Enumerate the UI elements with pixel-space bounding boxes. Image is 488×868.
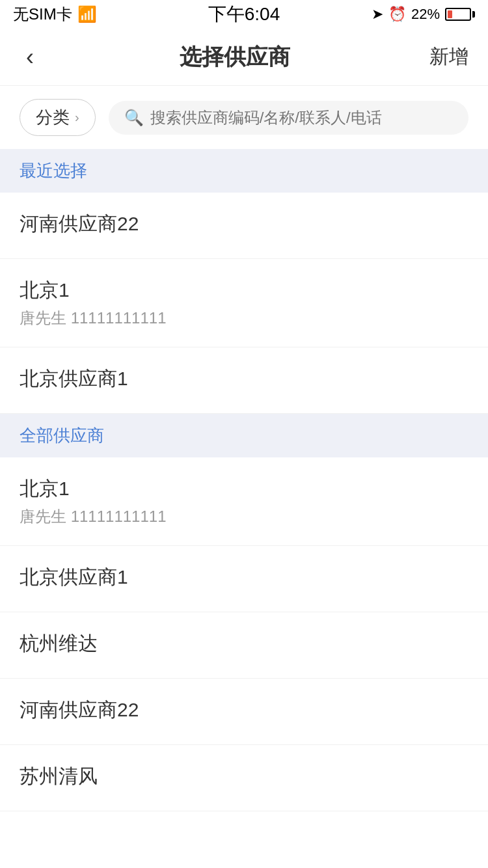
list-item[interactable]: 杭州维达 [0,612,488,679]
item-name: 杭州维达 [20,631,468,657]
list-item[interactable]: 河南供应商22 [0,193,488,259]
category-filter-button[interactable]: 分类 › [20,99,96,136]
wifi-icon: 📶 [77,5,97,23]
search-input[interactable] [150,109,453,127]
list-item[interactable]: 北京供应商1 [0,347,488,414]
search-icon: 🔍 [124,109,144,127]
all-list: 北京1唐先生 11111111111北京供应商1杭州维达河南供应商22苏州清风 [0,457,488,811]
item-name: 北京1 [20,277,468,304]
status-bar: 无SIM卡 📶 下午6:04 ➤ ⏰ 22% [0,0,488,29]
navigation-bar: ‹ 选择供应商 新增 [0,29,488,86]
item-name: 北京供应商1 [20,366,468,392]
location-icon: ➤ [372,6,383,23]
recent-section-label: 最近选择 [20,161,87,180]
item-name: 河南供应商22 [20,697,468,724]
all-section-label: 全部供应商 [20,426,104,445]
list-item[interactable]: 北京供应商1 [0,546,488,612]
list-item[interactable]: 苏州清风 [0,745,488,811]
carrier-text: 无SIM卡 [13,4,72,25]
add-button[interactable]: 新增 [429,44,468,70]
status-time: 下午6:04 [208,2,280,27]
item-name: 北京1 [20,476,468,502]
category-label: 分类 [36,106,70,129]
item-sub: 唐先生 11111111111 [20,308,468,329]
list-item[interactable]: 北京1唐先生 11111111111 [0,259,488,347]
list-item[interactable]: 河南供应商22 [0,679,488,745]
search-box[interactable]: 🔍 [109,101,468,135]
item-name: 北京供应商1 [20,564,468,591]
back-button[interactable]: ‹ [20,37,40,77]
all-section-header: 全部供应商 [0,414,488,457]
recent-section-header: 最近选择 [0,149,488,193]
item-sub: 唐先生 11111111111 [20,506,468,527]
page-title: 选择供应商 [180,42,290,72]
list-item[interactable]: 北京1唐先生 11111111111 [0,457,488,546]
item-name: 河南供应商22 [20,211,468,237]
item-name: 苏州清风 [20,763,468,790]
status-left: 无SIM卡 📶 [13,4,97,25]
status-right: ➤ ⏰ 22% [372,6,475,23]
recent-list: 河南供应商22北京1唐先生 11111111111北京供应商1 [0,193,488,414]
battery-indicator [445,8,475,21]
chevron-right-icon: › [75,110,79,125]
battery-text: 22% [411,6,440,23]
alarm-icon: ⏰ [388,6,406,23]
filter-bar: 分类 › 🔍 [0,86,488,149]
